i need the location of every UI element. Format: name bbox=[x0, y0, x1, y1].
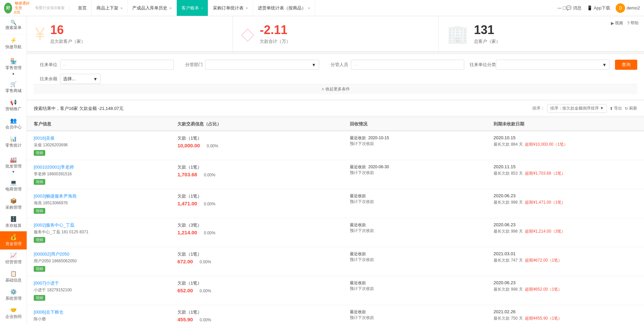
tab-close-customer[interactable]: × bbox=[201, 6, 203, 10]
filter-dept-label: 分管部门 bbox=[179, 62, 203, 68]
overdue-link-1[interactable]: 超期¥1,703.68（1笔） bbox=[525, 171, 565, 176]
expire-date-3: 2020.06.23 bbox=[494, 222, 637, 227]
help-btn[interactable]: ? 帮助 bbox=[627, 20, 639, 26]
sidebar-item-retail-mgmt[interactable]: 🏪 零售管理 ▲ bbox=[0, 55, 27, 78]
customer-sub-3: 服务中心_丁磊 181 0125 8371 bbox=[34, 229, 177, 235]
expire-days-0: 最长欠款 884 天 bbox=[494, 142, 523, 147]
expire-info-6: 2021.02.26 最长欠款 750 天 超期¥455.90（1笔） bbox=[494, 309, 637, 321]
debt-amount-3: 1,214.00 bbox=[177, 230, 197, 235]
repay-next-1: 预计下次收款 bbox=[350, 170, 494, 176]
filter-dept-select[interactable]: ▼ bbox=[205, 60, 319, 70]
video-icon: ▶ bbox=[611, 21, 614, 26]
filter-category-select[interactable]: ▼ bbox=[496, 60, 610, 70]
filter-balance: 往来余额 选择... ▼ bbox=[34, 74, 101, 84]
customer-name-4[interactable]: [000002]用户2050 bbox=[34, 251, 177, 257]
window-minimize[interactable]: ─ bbox=[558, 5, 561, 11]
expire-date-2: 2020.06.23 bbox=[494, 193, 637, 198]
sort-select[interactable]: 排序：按欠款金额倒序排序 ▼ bbox=[547, 104, 607, 113]
sidebar-item-quick-nav[interactable]: ⚡ 快捷导航 bbox=[0, 34, 27, 53]
overdue-link-3[interactable]: 超期¥1,214.00（3笔） bbox=[525, 229, 565, 234]
debt-amount-2: 1,471.00 bbox=[177, 201, 197, 206]
customer-name-5[interactable]: [0007]小进干 bbox=[34, 280, 177, 286]
refresh-button[interactable]: ↻ 刷新 bbox=[625, 106, 637, 111]
sort-label: 排序： bbox=[532, 106, 544, 111]
message-btn[interactable]: 💬 消息 bbox=[566, 5, 582, 11]
tab-goods[interactable]: 商品上下架 × bbox=[92, 0, 128, 16]
sidebar-item-system[interactable]: ⚙️ 系统管理 bbox=[0, 286, 27, 304]
debt-info-5: 欠款（1笔） 652.00 0.00% bbox=[177, 280, 350, 293]
sidebar-item-marketing[interactable]: 📢 营销推广 bbox=[0, 96, 27, 115]
customer-name-1[interactable]: [0001020001]李老师 bbox=[34, 164, 177, 170]
window-maximize[interactable]: □ bbox=[563, 5, 566, 11]
tab-product-history[interactable]: 产成品入库单历史 × bbox=[128, 0, 176, 16]
expire-days-4: 最长欠款 747 天 bbox=[494, 258, 523, 263]
debt-pct-6: 0.00% bbox=[200, 318, 211, 322]
expire-date-5: 2020.06.23 bbox=[494, 280, 637, 285]
customer-info-5: [0007]小进干 小进干 18279152100 现销 bbox=[34, 280, 177, 301]
filter-balance-select[interactable]: 选择... ▼ bbox=[60, 74, 101, 84]
app-download-btn[interactable]: 📱 App下载 bbox=[587, 5, 610, 11]
tab-close-incoming[interactable]: × bbox=[308, 6, 310, 10]
customer-name-6[interactable]: [0006]去下粮仓 bbox=[34, 309, 177, 315]
tab-close-history[interactable]: × bbox=[169, 6, 171, 10]
overdue-link-0[interactable]: 超期¥10,000.00（1笔） bbox=[525, 142, 568, 147]
repay-next-4: 预计下次收款 bbox=[350, 257, 494, 263]
stat-card-debt-customers: ¥ 16 总欠款客户（家） bbox=[27, 16, 233, 51]
filter-vendor-input[interactable]: ··· bbox=[60, 60, 174, 70]
tab-home[interactable]: 首页 bbox=[73, 0, 92, 16]
debt-pct-1: 0.00% bbox=[204, 173, 215, 177]
sidebar-item-inventory[interactable]: 🗄️ 库存核算 bbox=[0, 213, 27, 231]
filter-category-label: 往来单位分类 bbox=[470, 62, 493, 68]
sidebar-item-finance[interactable]: 💰 资金管理 bbox=[0, 231, 27, 249]
sidebar-item-retail-mall[interactable]: 🛒 零售商城 bbox=[0, 78, 27, 96]
repay-info-4: 最近收款 预计下次收款 bbox=[350, 251, 494, 263]
tab-close-goods[interactable]: × bbox=[120, 6, 122, 10]
expire-info-2: 2020.06.23 最长欠款 998 天 超期¥1,471.00（1笔） bbox=[494, 193, 637, 205]
avatar: D bbox=[616, 3, 625, 13]
table-row: [0001020001]李老师 李老师 18600391516 现销 欠款（1笔… bbox=[27, 160, 644, 189]
video-btn[interactable]: ▶ 视频 bbox=[611, 20, 623, 26]
customer-name-0[interactable]: [0016]吴俊 bbox=[34, 135, 177, 141]
sidebar-item-basic-info[interactable]: 📋 基础信息 bbox=[0, 268, 27, 286]
sidebar-item-ecommerce[interactable]: 💻 电商管理 bbox=[0, 177, 27, 195]
overdue-link-5[interactable]: 超期¥652.00（1笔） bbox=[525, 287, 562, 292]
filter-vendor: 往来单位 ··· bbox=[34, 60, 174, 70]
sidebar-item-newbie[interactable]: 🎯 新手引导 bbox=[0, 322, 27, 324]
sidebar-item-members[interactable]: 👥 会员中心 bbox=[0, 115, 27, 133]
debt-count-0: 欠款（1笔） bbox=[177, 135, 350, 141]
tab-close-purchase[interactable]: × bbox=[246, 6, 248, 10]
query-button[interactable]: 查询 bbox=[615, 60, 637, 70]
sidebar-item-operations[interactable]: 📈 经营管理 bbox=[0, 249, 27, 268]
collapse-bar[interactable]: ∧ 收起更多条件 bbox=[34, 84, 637, 94]
debt-info-4: 欠款（1笔） 672.00 0.00% bbox=[177, 251, 350, 264]
table-row: [0003]畅捷服务尹海燕 海燕 18513066976 现销 欠款（1笔） 1… bbox=[27, 189, 644, 218]
overdue-link-2[interactable]: 超期¥1,471.00（1笔） bbox=[525, 200, 565, 205]
filter-area: 往来单位 ··· 分管部门 ▼ 分管人员 ··· bbox=[27, 54, 644, 99]
stats-row: ¥ 16 总欠款客户（家） ◇ -2.11 欠款合计（万） 🏢 131 总客户（… bbox=[27, 16, 644, 52]
stat-value-total-customers: 131 bbox=[474, 23, 500, 37]
debt-info-6: 欠款（1笔） 455.90 0.00% bbox=[177, 309, 350, 322]
overdue-link-4[interactable]: 超期¥672.00（1笔） bbox=[525, 258, 562, 263]
user-menu[interactable]: D demo2 bbox=[616, 3, 640, 13]
sidebar-item-retail-stats[interactable]: 📊 零售统计 bbox=[0, 133, 27, 151]
export-icon: ⬆ bbox=[610, 106, 613, 111]
export-button[interactable]: ⬆ 导出 bbox=[610, 106, 622, 111]
tab-incoming[interactable]: 进货单统计表（按商品） × bbox=[253, 0, 315, 16]
chevron-down-icon: ▼ bbox=[312, 62, 316, 67]
repay-next-2: 预计下次收款 bbox=[350, 199, 494, 205]
sidebar-item-collab[interactable]: 🤝 企业协同 bbox=[0, 304, 27, 322]
sidebar-item-wholesale[interactable]: 🏭 批发管理 ▼ bbox=[0, 154, 27, 177]
debt-pct-0: 0.00% bbox=[207, 144, 218, 148]
stat-value-debt-amount: -2.11 bbox=[260, 23, 290, 37]
customer-name-2[interactable]: [0003]畅捷服务尹海燕 bbox=[34, 193, 177, 199]
search-menu[interactable]: 🔍 搜索菜单 bbox=[0, 16, 27, 34]
demo-label: 母婴行业演示账套 bbox=[35, 5, 69, 10]
overdue-link-6[interactable]: 超期¥455.90（1笔） bbox=[525, 316, 562, 321]
tab-purchase[interactable]: 采购订单统计表 × bbox=[208, 0, 253, 16]
sidebar-item-purchase[interactable]: 📦 采购管理 bbox=[0, 195, 27, 213]
customer-name-3[interactable]: [0002]服务中心_丁磊 bbox=[34, 222, 177, 228]
debt-info-2: 欠款（1笔） 1,471.00 0.00% bbox=[177, 193, 350, 206]
tab-customer-account[interactable]: 客户账本 × bbox=[177, 0, 208, 16]
filter-person-input[interactable]: ··· bbox=[351, 60, 465, 70]
logo-icon: 好 bbox=[4, 3, 12, 13]
